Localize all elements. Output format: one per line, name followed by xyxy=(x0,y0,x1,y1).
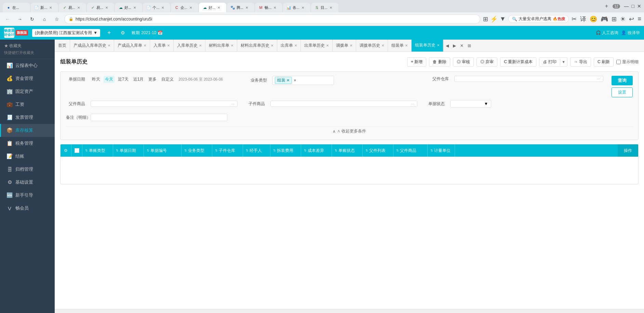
th-bill-type[interactable]: ⇅ 单账类型 xyxy=(82,144,113,157)
layout-icon[interactable]: ⊞ xyxy=(612,15,617,23)
history-icon[interactable]: ↩ xyxy=(629,15,634,23)
tab-close-2[interactable]: ✕ xyxy=(49,6,52,10)
child-goods-more[interactable]: ··· xyxy=(411,102,414,106)
tabs-scroll-right[interactable]: ▶ xyxy=(451,40,458,52)
page-tab-close-prod-inbound-history[interactable]: ✕ xyxy=(108,44,110,47)
tab-close-5[interactable]: ✕ xyxy=(133,6,136,10)
th-settings[interactable]: ⚙ xyxy=(61,144,71,157)
page-tab-close-outbound-history[interactable]: ✕ xyxy=(326,44,329,47)
parent-goods-more[interactable]: ··· xyxy=(231,102,234,106)
sidebar-item-tax-mgmt[interactable]: 📋 税务管理 xyxy=(0,137,55,150)
home-button[interactable]: ⌂ xyxy=(40,14,49,24)
biz-type-dropdown-arrow[interactable]: ▼ xyxy=(293,79,297,82)
th-unit[interactable]: ⇅ 计量单位 xyxy=(428,144,455,157)
add-button[interactable]: + 新增 xyxy=(407,57,426,67)
page-tab-material-out-history[interactable]: 材料出库单历史 ✕ xyxy=(237,40,277,52)
reload-button[interactable]: ↻ xyxy=(27,14,37,24)
parent-warehouse-more[interactable]: ··· xyxy=(597,77,600,81)
page-tab-close-inbound-history[interactable]: ✕ xyxy=(199,44,202,47)
page-tab-close-inbound[interactable]: ✕ xyxy=(167,44,170,47)
page-tab-inbound[interactable]: 入库单 ✕ xyxy=(150,40,174,52)
parent-goods-input[interactable]: ··· xyxy=(91,101,238,107)
close-button[interactable]: ✕ xyxy=(637,3,641,9)
delete-button[interactable]: 🗑 删除 xyxy=(429,57,450,67)
set-button[interactable]: 设置 xyxy=(612,87,633,97)
settings-gear-button[interactable]: ⚙ xyxy=(118,28,128,38)
sidebar-item-invoice-mgmt[interactable]: 🧾 发票管理 xyxy=(0,111,55,124)
export-button[interactable]: → 导出 xyxy=(570,57,591,67)
calendar-icon[interactable]: 📅 xyxy=(158,30,163,35)
browser-tab-6[interactable]: 📄 个... ✕ xyxy=(143,3,170,12)
th-handler[interactable]: ⇅ 经手人 xyxy=(243,144,270,157)
browser-tab-1[interactable]: ● 在... xyxy=(3,3,30,12)
tab-close-6[interactable]: ✕ xyxy=(161,6,164,10)
company-selector[interactable]: (勿删勿禁用) 江西服宝测试专用 ▼ xyxy=(32,29,100,37)
th-child-warehouse[interactable]: ⇅ 子件仓库 xyxy=(212,144,243,157)
page-tab-close-transfer-history[interactable]: ✕ xyxy=(381,44,384,47)
sidebar-item-inventory[interactable]: 📦 库存核算 xyxy=(0,124,55,137)
tab-close-9[interactable]: ✕ xyxy=(245,6,248,10)
tab-close-10[interactable]: ✕ xyxy=(273,6,276,10)
page-tab-inbound-history[interactable]: 入库单历史 ✕ xyxy=(174,40,205,52)
page-tab-prod-inbound[interactable]: 产成品入库单 ✕ xyxy=(114,40,150,52)
menu-icon[interactable]: ≡ xyxy=(638,15,641,23)
lightning-icon[interactable]: ⚡ xyxy=(490,15,498,23)
print-dropdown[interactable]: ▼ xyxy=(560,59,567,65)
search-bar[interactable]: 🔍 大量安卓用户逃离 🔥热搜 xyxy=(508,15,569,23)
sidebar-item-fund-mgmt[interactable]: 💰 资金管理 xyxy=(0,72,55,85)
page-tab-material-out[interactable]: 材料出库单 ✕ xyxy=(205,40,237,52)
tab-close-4[interactable]: ✕ xyxy=(105,6,108,10)
browser-tab-9[interactable]: 🐾 腾... ✕ xyxy=(227,3,254,12)
page-tab-close-outbound[interactable]: ✕ xyxy=(294,44,297,47)
month-shortcut[interactable]: 近1月 xyxy=(132,76,145,83)
sidebar-item-new-guide[interactable]: 🆕 新手引导 xyxy=(0,189,55,202)
brightness-icon[interactable]: ☀ xyxy=(620,15,626,23)
sidebar-item-salary[interactable]: 💼 工资 xyxy=(0,98,55,111)
browser-tab-8[interactable]: ☁ 好... ✕ xyxy=(199,3,226,12)
browser-tab-12[interactable]: S 目... ✕ xyxy=(311,3,338,12)
browser-tab-7[interactable]: C 企... ✕ xyxy=(171,3,198,12)
query-button[interactable]: 查询 xyxy=(612,76,633,85)
forward-button[interactable]: → xyxy=(15,14,25,24)
page-tab-close-material-out[interactable]: ✕ xyxy=(231,44,233,47)
back-button[interactable]: ← xyxy=(3,14,12,24)
page-tab-assemble-history[interactable]: 组装单历史 ✕ xyxy=(412,40,443,52)
grid-icon[interactable]: ⊞ xyxy=(483,15,488,23)
tabs-close-all[interactable]: ✕ xyxy=(458,40,466,52)
sidebar-item-archive-mgmt[interactable]: 🗄 归档管理 xyxy=(0,163,55,176)
page-tab-assemble[interactable]: 组装单 ✕ xyxy=(388,40,412,52)
translate-icon[interactable]: 译 xyxy=(580,15,586,23)
th-disassemble-cost[interactable]: ⇅ 拆装费用 xyxy=(270,144,301,157)
print-button[interactable]: 🖨 打印 xyxy=(539,58,560,66)
minimize-button[interactable]: — xyxy=(624,3,629,9)
more-shortcut[interactable]: 更多 xyxy=(147,76,158,83)
th-bill-status[interactable]: ⇅ 单账状态 xyxy=(332,144,363,157)
collapse-button[interactable]: ∧ ∧ 收起更多条件 xyxy=(66,127,633,136)
th-bill-no[interactable]: ⇅ 单据编号 xyxy=(144,144,182,157)
sidebar-item-basic-settings[interactable]: ⚙ 基础设置 xyxy=(0,176,55,189)
th-checkbox[interactable] xyxy=(71,144,82,157)
page-tab-outbound[interactable]: 出库单 ✕ xyxy=(277,40,301,52)
doc-status-dropdown[interactable]: ▼ xyxy=(450,100,491,108)
cut-icon[interactable]: ✂ xyxy=(572,15,577,23)
sidebar-item-fixed-assets[interactable]: 🏢 固定资产 xyxy=(0,85,55,98)
page-tab-close-assemble-history[interactable]: ✕ xyxy=(437,43,440,47)
page-tab-close-transfer[interactable]: ✕ xyxy=(350,44,352,47)
header-checkbox[interactable] xyxy=(75,148,79,153)
parent-warehouse-input[interactable]: ··· xyxy=(454,76,603,82)
maximize-button[interactable]: □ xyxy=(632,3,634,9)
show-detail-checkbox[interactable] xyxy=(616,60,621,64)
tab-close-8[interactable]: ✕ xyxy=(217,6,220,10)
th-parent-goods[interactable]: ⇅ 父件商品 xyxy=(393,144,428,157)
game-icon[interactable]: 🎮 xyxy=(601,15,608,23)
new-tab-button[interactable]: + xyxy=(602,1,611,11)
browser-tab-5[interactable]: ☁ 好... ✕ xyxy=(115,3,142,12)
page-tab-transfer[interactable]: 调拨单 ✕ xyxy=(333,40,356,52)
recalculate-button[interactable]: C 重新计算成本 xyxy=(500,57,536,67)
tabs-scroll-left[interactable]: ◀ xyxy=(444,40,451,52)
biz-type-tag-remove[interactable]: ✕ xyxy=(286,78,290,83)
add-company-button[interactable]: + xyxy=(104,28,114,38)
browser-tab-11[interactable]: 📊 各... ✕ xyxy=(283,3,310,12)
page-tab-home[interactable]: 首页 xyxy=(55,40,70,52)
yesterday-shortcut[interactable]: 昨天 xyxy=(91,76,102,83)
